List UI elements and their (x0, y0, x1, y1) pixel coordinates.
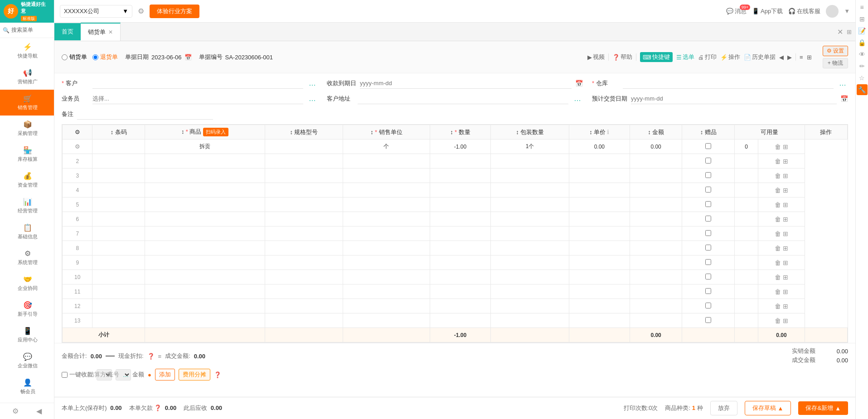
row-qty-empty[interactable] (430, 183, 491, 197)
sort-amount-icon[interactable]: ↕ (648, 129, 651, 135)
right-tool-2[interactable]: ⊞ (857, 14, 868, 24)
sidebar-item-apps[interactable]: 📱 应用中心 (0, 322, 54, 348)
right-tool-3[interactable]: 📝 (857, 25, 868, 36)
row-qty-empty[interactable] (430, 169, 491, 183)
row-price-empty[interactable] (569, 255, 630, 270)
tab-close-icon[interactable]: ✕ (108, 29, 113, 35)
setting-button[interactable]: ⚙ 设置 (823, 46, 848, 56)
sidebar-item-finance[interactable]: 💰 资金管理 (0, 167, 54, 193)
row-pkg-empty[interactable] (491, 270, 569, 284)
addr-more-icon[interactable]: … (572, 95, 583, 103)
row-gift-empty[interactable] (682, 313, 735, 328)
add-btn-icon[interactable]: ● (148, 371, 151, 378)
gift-checkbox-empty[interactable] (705, 303, 711, 308)
gift-checkbox-empty[interactable] (705, 259, 711, 265)
settings-gear-icon[interactable]: ⚙ (136, 5, 146, 17)
sidebar-item-operations[interactable]: 📊 经营管理 (0, 193, 54, 219)
row-barcode[interactable] (92, 140, 145, 154)
history-action[interactable]: 📄 历史单据 (744, 53, 776, 61)
copy-row-icon[interactable]: ⊞ (783, 143, 788, 150)
copy-icon[interactable]: ⊞ (783, 317, 788, 324)
row-gift-empty[interactable] (682, 169, 735, 183)
row-gift-empty[interactable] (682, 226, 735, 241)
row-qty-empty[interactable] (430, 197, 491, 212)
row-product-empty[interactable] (145, 299, 265, 313)
row-product-empty[interactable] (145, 183, 265, 197)
row-price-empty[interactable] (569, 212, 630, 226)
copy-icon[interactable]: ⊞ (783, 216, 788, 223)
row-price-empty[interactable] (569, 299, 630, 313)
gift-checkbox-empty[interactable] (705, 288, 711, 294)
payment-date-calendar-icon[interactable]: 📅 (575, 80, 583, 87)
row-unit-empty[interactable] (343, 241, 430, 255)
row-spec-empty[interactable] (265, 212, 343, 226)
gift-checkbox-empty[interactable] (705, 216, 711, 222)
payment-date-input[interactable] (360, 78, 572, 89)
row-product-empty[interactable] (145, 154, 265, 169)
radio-input-sales[interactable] (62, 54, 68, 60)
collapse-icon[interactable]: ◀ (36, 407, 42, 415)
row-qty-empty[interactable] (430, 299, 491, 313)
customer-addr-input[interactable] (358, 93, 568, 104)
row-pkg-empty[interactable] (491, 169, 569, 183)
help-action[interactable]: ❓ 帮助 (612, 53, 632, 61)
delete-icon[interactable]: 🗑 (775, 303, 781, 310)
one-click-pay-checkbox[interactable]: 一键收款 (62, 371, 93, 379)
copy-icon[interactable]: ⊞ (783, 303, 788, 310)
sort-pkg-icon[interactable]: ↕ (516, 129, 519, 135)
row-product-empty[interactable] (145, 284, 265, 299)
row-unit-empty[interactable] (343, 226, 430, 241)
row-price-empty[interactable] (569, 284, 630, 299)
gift-checkbox-empty[interactable] (705, 317, 711, 323)
customer-input[interactable] (92, 78, 303, 89)
row-amount-empty[interactable] (630, 255, 682, 270)
sort-qty-icon[interactable]: ↕ (450, 129, 453, 135)
salesperson-input[interactable] (92, 93, 303, 104)
right-tool-8[interactable]: 🔧 (857, 84, 868, 95)
right-tool-5[interactable]: 👁 (857, 49, 868, 60)
row-pkg-empty[interactable] (491, 284, 569, 299)
row-price-empty[interactable] (569, 154, 630, 169)
row-unit[interactable]: 个 (343, 140, 430, 154)
sidebar-item-inventory[interactable]: 🏪 库存核算 (0, 141, 54, 167)
gift-checkbox-empty[interactable] (705, 201, 711, 207)
row-spec-empty[interactable] (265, 284, 343, 299)
video-action[interactable]: ▶ 视频 (587, 53, 605, 61)
sidebar-item-shortcut[interactable]: ⚡ 快捷导航 (0, 38, 54, 64)
row-barcode-empty[interactable] (92, 169, 145, 183)
row-pkg-empty[interactable] (491, 154, 569, 169)
trial-button[interactable]: 体验行业方案 (150, 5, 199, 18)
right-tool-6[interactable]: ✏ (857, 61, 868, 72)
row-spec[interactable] (265, 140, 343, 154)
account-more-icon[interactable]: … (123, 371, 129, 378)
gift-checkbox-empty[interactable] (705, 172, 711, 178)
row-unit-empty[interactable] (343, 154, 430, 169)
delivery-date-input[interactable] (631, 93, 837, 104)
copy-icon[interactable]: ⊞ (783, 172, 788, 179)
row-spec-empty[interactable] (265, 183, 343, 197)
abandon-button[interactable]: 放弃 (710, 401, 737, 415)
row-spec-empty[interactable] (265, 169, 343, 183)
row-product[interactable]: 拆贡 (145, 140, 265, 154)
row-price-empty[interactable] (569, 241, 630, 255)
row-gift-empty[interactable] (682, 212, 735, 226)
row-product-empty[interactable] (145, 226, 265, 241)
sidebar-item-basic[interactable]: 📋 基础信息 (0, 219, 54, 245)
gift-checkbox[interactable] (705, 143, 711, 149)
logistics-button[interactable]: + 物流 (823, 58, 848, 68)
row-amount-empty[interactable] (630, 212, 682, 226)
row-gift-empty[interactable] (682, 197, 735, 212)
sidebar-item-marketing[interactable]: 📢 营销推广 (0, 64, 54, 90)
row-pkg-empty[interactable] (491, 197, 569, 212)
row-product-empty[interactable] (145, 255, 265, 270)
row-qty-empty[interactable] (430, 284, 491, 299)
row-amount-empty[interactable] (630, 299, 682, 313)
row-product-empty[interactable] (145, 313, 265, 328)
row-unit-empty[interactable] (343, 270, 430, 284)
row-price-empty[interactable] (569, 270, 630, 284)
row-product-empty[interactable] (145, 241, 265, 255)
row-barcode-empty[interactable] (92, 299, 145, 313)
sidebar-item-system[interactable]: ⚙ 系统管理 (0, 245, 54, 270)
online-service-button[interactable]: 🎧 在线客服 (788, 7, 820, 15)
row-barcode-empty[interactable] (92, 212, 145, 226)
